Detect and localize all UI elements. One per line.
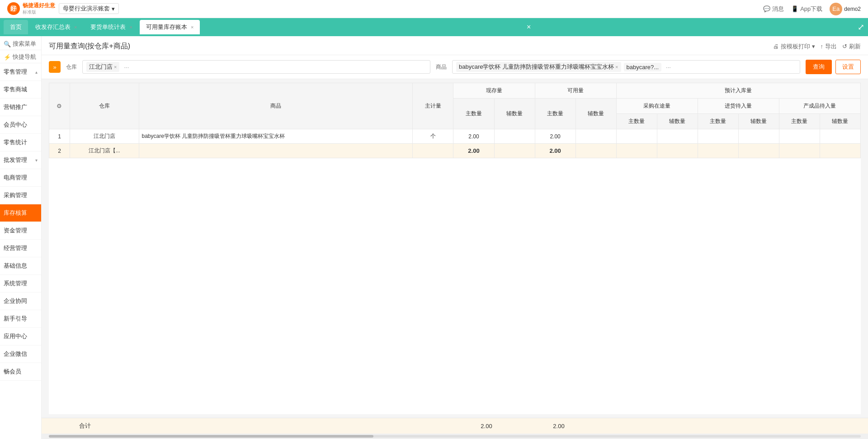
row-incoming-main-2: [698, 144, 738, 158]
sidebar-item-wholesale-mgmt[interactable]: 批发管理 ▾: [0, 151, 41, 169]
sidebar-item-system-mgmt[interactable]: 系统管理: [0, 275, 41, 293]
th-gear: ⚙: [49, 83, 70, 129]
horizontal-scrollbar[interactable]: [49, 435, 861, 438]
chevron-down-icon: ▾: [112, 5, 115, 12]
app-download-button[interactable]: 📱 App下载: [791, 5, 822, 13]
row-purchase-aux-1: [657, 129, 698, 144]
tab-available-stock[interactable]: 可用量库存账本 ×: [140, 20, 200, 34]
receive-tab-label: 收发存汇总表: [35, 23, 71, 31]
home-tab-label: 首页: [10, 23, 22, 31]
row-warehouse-1: 江北门店: [70, 129, 139, 144]
export-button[interactable]: ↑ 导出: [821, 42, 837, 51]
row-num-2: 2: [49, 144, 70, 158]
row-incoming-main-1: [698, 129, 738, 144]
chevron-up-icon: ▴: [35, 70, 38, 75]
sidebar-item-operations[interactable]: 经营管理: [0, 240, 41, 257]
settings-button[interactable]: 设置: [835, 60, 861, 74]
th-incoming-main: 主数量: [698, 114, 738, 129]
sidebar-item-purchase[interactable]: 采购管理: [0, 187, 41, 204]
sidebar-item-enterprise[interactable]: 企业协同: [0, 293, 41, 310]
product-label: 商品: [436, 63, 447, 71]
product-tag-0: babycare学饮杯 儿童防摔防撞吸管杯重力球吸嘴杯宝宝水杯 ×: [456, 62, 621, 72]
sidebar-item-member-center[interactable]: 会员中心: [0, 116, 41, 134]
search-icon: 🔍: [4, 41, 11, 47]
export-icon: ↑: [821, 43, 824, 50]
sidebar-item-vip-member[interactable]: 畅会员: [0, 363, 41, 381]
logo-text: 畅捷通好生意: [23, 2, 55, 9]
close-tab-receive[interactable]: ×: [74, 24, 77, 30]
th-current-aux: 辅数量: [494, 99, 535, 129]
summary-avail-main: 2.00: [541, 423, 577, 430]
top-bar-right: 💬 消息 📱 App下载 Ea demo2: [763, 3, 861, 15]
row-avail-main-2: 2.00: [535, 144, 576, 158]
table-row: 1 江北门店 babycare学饮杯 儿童防摔防撞吸管杯重力球吸嘴杯宝宝水杯 个…: [49, 129, 861, 144]
warehouse-tag-0: 江北门店 ×: [86, 62, 119, 72]
remove-product-tag-0[interactable]: ×: [615, 64, 618, 70]
user-area[interactable]: Ea demo2: [830, 3, 861, 15]
sidebar-item-new-guide[interactable]: 新手引导: [0, 310, 41, 328]
sidebar-item-ecommerce[interactable]: 电商管理: [0, 169, 41, 187]
sidebar: 🔍 搜索菜单 ⚡ 快捷导航 零售管理 ▴ 零售商城 营销推广 会员中心 零售统计…: [0, 36, 42, 439]
th-product-aux: 辅数量: [820, 114, 860, 129]
row-current-aux-2: [494, 144, 535, 158]
page-actions: 🖨 按模板打印 ▾ ↑ 导出 ↺ 刷新: [773, 42, 861, 51]
row-incoming-aux-2: [738, 144, 779, 158]
print-button[interactable]: 🖨 按模板打印 ▾: [773, 42, 815, 51]
th-warehouse: 仓库: [70, 83, 139, 129]
industry-selector[interactable]: 母婴行业演示账套 ▾: [59, 3, 119, 14]
expand-nav-icon[interactable]: ⤢: [858, 22, 864, 32]
sidebar-item-retail-mall[interactable]: 零售商城: [0, 81, 41, 99]
row-purchase-main-2: [616, 144, 657, 158]
logo-icon: 好: [7, 2, 20, 15]
row-current-main-1: 2.00: [453, 129, 494, 144]
page-header: 可用量查询(按仓库+商品) 🖨 按模板打印 ▾ ↑ 导出 ↺ 刷新: [42, 36, 868, 55]
product-filter-group[interactable]: babycare学饮杯 儿童防摔防撞吸管杯重力球吸嘴杯宝宝水杯 × babyca…: [452, 60, 800, 74]
sidebar-item-enterprise-wechat[interactable]: 企业微信: [0, 345, 41, 363]
row-product-aux-1: [820, 129, 860, 144]
remove-warehouse-tag[interactable]: ×: [114, 64, 117, 70]
row-warehouse-2: 江北门店【...: [70, 144, 139, 158]
message-button[interactable]: 💬 消息: [763, 5, 784, 13]
sidebar-search[interactable]: 🔍 搜索菜单: [0, 36, 41, 50]
row-product-aux-2: [820, 144, 860, 158]
row-current-aux-1: [494, 129, 535, 144]
th-purchase-aux: 辅数量: [657, 114, 698, 129]
product-more-dots[interactable]: ···: [664, 64, 673, 71]
message-icon: 💬: [763, 5, 770, 12]
row-unit-2: [413, 144, 453, 158]
close-all-tabs[interactable]: ×: [525, 21, 533, 33]
sidebar-item-retail-stats[interactable]: 零售统计: [0, 134, 41, 151]
filter-toggle-button[interactable]: »: [49, 61, 61, 73]
th-product-pending-group: 产成品待入量: [779, 99, 860, 114]
close-tab-order-stats[interactable]: ×: [129, 24, 132, 30]
row-avail-main-1: 2.00: [535, 129, 576, 144]
query-button[interactable]: 查询: [806, 60, 832, 74]
logo-sub: 标准版: [23, 9, 55, 15]
th-current-stock: 现存量: [453, 83, 535, 99]
warehouse-more-dots[interactable]: ···: [122, 64, 131, 71]
sidebar-item-basic-info[interactable]: 基础信息: [0, 257, 41, 275]
sidebar-item-retail-mgmt[interactable]: 零售管理 ▴: [0, 63, 41, 81]
close-tab-available-stock[interactable]: ×: [191, 24, 193, 30]
sidebar-item-finance[interactable]: 资金管理: [0, 222, 41, 240]
tab-home[interactable]: 首页: [4, 20, 28, 34]
refresh-icon: ↺: [842, 43, 847, 50]
filter-area: » 仓库 江北门店 × ··· 商品 babycare学饮杯 儿童防摔防撞吸管杯…: [42, 55, 868, 79]
tab-order-stats[interactable]: 要货单统计表 ×: [84, 20, 138, 34]
tab-receive[interactable]: 收发存汇总表 ×: [29, 20, 83, 34]
row-purchase-aux-2: [657, 144, 698, 158]
row-avail-aux-2: [576, 144, 616, 158]
refresh-button[interactable]: ↺ 刷新: [842, 42, 861, 51]
warehouse-label: 仓库: [66, 63, 77, 71]
summary-label: 合计: [49, 422, 121, 430]
double-arrow-icon: »: [53, 64, 56, 71]
scrollbar-thumb[interactable]: [49, 435, 373, 438]
sidebar-item-inventory[interactable]: 库存核算: [0, 204, 41, 222]
sidebar-quicknav[interactable]: ⚡ 快捷导航: [0, 50, 41, 63]
svg-text:好: 好: [10, 5, 17, 12]
logo-area: 好 畅捷通好生意 标准版: [7, 2, 55, 15]
gear-icon[interactable]: ⚙: [57, 103, 62, 109]
sidebar-item-marketing[interactable]: 营销推广: [0, 99, 41, 116]
sidebar-item-app-center[interactable]: 应用中心: [0, 328, 41, 345]
warehouse-filter-group[interactable]: 江北门店 × ···: [82, 60, 430, 74]
